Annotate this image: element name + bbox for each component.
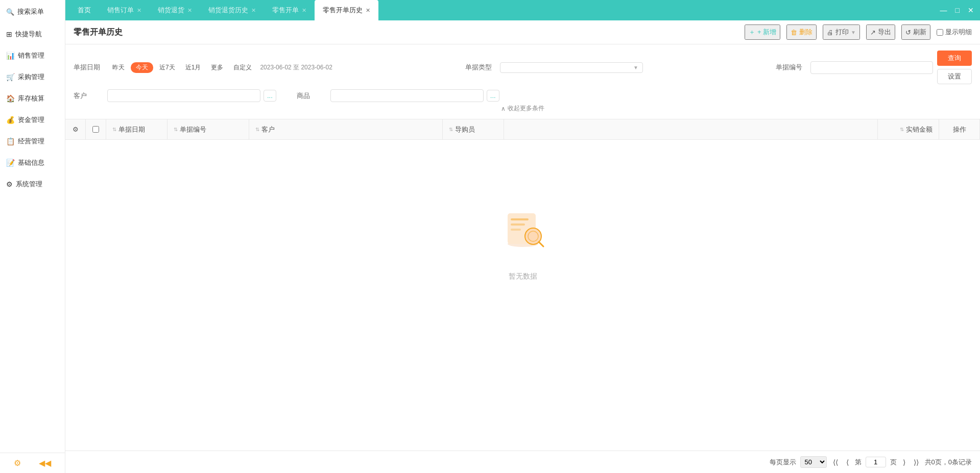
sales-icon: 📊 [6, 52, 15, 60]
date-7days[interactable]: 近7天 [155, 62, 179, 73]
minimize-btn[interactable]: — [938, 4, 949, 16]
basic-info-icon: 📝 [6, 159, 15, 167]
inventory-icon: 🏠 [6, 94, 15, 103]
settings-icon: ⚙ [73, 126, 79, 133]
delete-icon: 🗑 [791, 29, 797, 36]
th-action: 操作 [939, 119, 980, 140]
tab-sales-return-history-close[interactable]: ✕ [251, 7, 256, 14]
settings-bottom-btn[interactable]: ⚙ [14, 458, 21, 468]
operations-icon: 📋 [6, 137, 15, 145]
set-button[interactable]: 设置 [937, 69, 972, 84]
th-amount[interactable]: ⇅ 实销金额 [878, 119, 939, 140]
th-checkbox[interactable] [86, 119, 106, 140]
table-header: ⚙ ⇅ 单据日期 ⇅ 单据编号 ⇅ 客户 ⇅ 导购员 ⇅ [65, 119, 980, 140]
tab-sales-return-history[interactable]: 销货退货历史 ✕ [200, 0, 264, 20]
svg-rect-3 [511, 223, 525, 226]
tab-retail-open-history-label: 零售开单历史 [323, 6, 363, 15]
table-area: ⚙ ⇅ 单据日期 ⇅ 单据编号 ⇅ 客户 ⇅ 导购员 ⇅ [65, 119, 980, 451]
show-detail-checkbox[interactable]: 显示明细 [937, 28, 972, 37]
prev-page-btn[interactable]: ⟨ [844, 457, 851, 467]
last-page-btn[interactable]: ⟩⟩ [912, 457, 921, 467]
delete-button[interactable]: 🗑 删除 [786, 24, 817, 40]
tab-home[interactable]: 首页 [69, 0, 99, 20]
date-today[interactable]: 今天 [131, 62, 153, 73]
search-row-2: 客户 ... 商品 ... [74, 89, 972, 102]
page-input[interactable] [866, 457, 886, 467]
new-button[interactable]: ＋ + 新增 [745, 24, 780, 40]
tab-retail-open-label: 零售开单 [272, 6, 299, 15]
main-area: 首页 销售订单 ✕ 销货退货 ✕ 销货退货历史 ✕ 零售开单 ✕ 零售开单历史 … [65, 0, 980, 473]
sidebar-item-operations[interactable]: 📋 经营管理 [0, 131, 65, 152]
system-icon: ⚙ [6, 180, 13, 188]
customer-group: 客户 ... [74, 89, 276, 102]
svg-rect-4 [511, 229, 521, 231]
export-icon: ↗ [870, 29, 876, 36]
sidebar-item-purchase-mgmt[interactable]: 🛒 采购管理 [0, 66, 65, 88]
sidebar-item-label: 经营管理 [18, 137, 44, 146]
goods-input[interactable] [330, 89, 484, 102]
sidebar-item-inventory[interactable]: 🏠 库存核算 [0, 88, 65, 109]
search-area: 单据日期 昨天 今天 近7天 近1月 更多 自定义 2023-06-02 至 2… [65, 44, 980, 119]
query-button[interactable]: 查询 [937, 51, 972, 66]
th-number[interactable]: ⇅ 单据编号 [168, 119, 249, 140]
sidebar-item-label: 资金管理 [18, 115, 44, 125]
per-page-label: 每页显示 [770, 458, 796, 467]
tab-sales-order-close[interactable]: ✕ [137, 7, 141, 14]
collapse-btn[interactable]: ◀◀ [39, 458, 51, 468]
sidebar-item-system-mgmt[interactable]: ⚙ 系统管理 [0, 173, 65, 195]
first-page-btn[interactable]: ⟨⟨ [831, 457, 840, 467]
tab-sales-order[interactable]: 销售订单 ✕ [99, 0, 150, 20]
date-yesterday[interactable]: 昨天 [108, 62, 129, 73]
date-1month[interactable]: 近1月 [181, 62, 205, 73]
show-detail-input[interactable] [937, 29, 943, 36]
purchase-icon: 🛒 [6, 73, 15, 81]
sidebar-item-quick-nav[interactable]: ⊞ 快捷导航 [0, 23, 65, 45]
th-middle [504, 119, 878, 140]
search-icon: 🔍 [6, 8, 14, 16]
sort-icon-amount: ⇅ [900, 127, 904, 132]
tab-retail-open-history[interactable]: 零售开单历史 ✕ [315, 0, 378, 20]
search-row-1: 单据日期 昨天 今天 近7天 近1月 更多 自定义 2023-06-02 至 2… [74, 51, 972, 84]
sidebar-item-finance[interactable]: 💰 资金管理 [0, 109, 65, 131]
empty-illustration [497, 203, 548, 264]
print-button[interactable]: 🖨 打印 ▼ [823, 24, 860, 40]
customer-input[interactable] [107, 89, 260, 102]
date-custom[interactable]: 自定义 [229, 62, 256, 73]
sidebar: 🔍 搜索采单 ⊞ 快捷导航 📊 销售管理 🛒 采购管理 🏠 库存核算 💰 资金管… [0, 0, 65, 473]
total-label: 共0页，0条记录 [925, 458, 972, 467]
print-dropdown-icon: ▼ [851, 30, 856, 35]
select-all-checkbox[interactable] [92, 126, 99, 133]
maximize-btn[interactable]: □ [953, 4, 962, 16]
th-settings[interactable]: ⚙ [65, 119, 86, 140]
sidebar-item-sales-mgmt[interactable]: 📊 销售管理 [0, 45, 65, 66]
th-guide[interactable]: ⇅ 导购员 [443, 119, 504, 140]
sidebar-item-basic-info[interactable]: 📝 基础信息 [0, 152, 65, 173]
th-customer[interactable]: ⇅ 客户 [249, 119, 443, 140]
tab-sales-return-close[interactable]: ✕ [187, 7, 192, 14]
tab-retail-open-history-close[interactable]: ✕ [366, 7, 370, 14]
next-page-btn[interactable]: ⟩ [901, 457, 907, 467]
pagination: 每页显示 50 10 20 100 ⟨⟨ ⟨ 第 页 ⟩ ⟩⟩ 共0页，0条记录 [65, 451, 980, 473]
goods-ellipsis-btn[interactable]: ... [487, 90, 499, 102]
customer-ellipsis-btn[interactable]: ... [264, 90, 276, 102]
number-input[interactable] [810, 61, 933, 74]
close-btn[interactable]: ✕ [966, 4, 976, 16]
sidebar-search[interactable]: 🔍 搜索采单 [0, 0, 65, 23]
th-date[interactable]: ⇅ 单据日期 [106, 119, 168, 140]
per-page-select[interactable]: 50 10 20 100 [800, 456, 827, 468]
sidebar-item-label: 基础信息 [18, 158, 44, 167]
collapse-more-btn[interactable]: ∧ 收起更多条件 [74, 104, 972, 113]
sidebar-item-label: 系统管理 [16, 180, 42, 189]
tab-retail-open-close[interactable]: ✕ [302, 7, 306, 14]
refresh-button[interactable]: ↺ 刷新 [901, 24, 930, 40]
tab-sales-return-label: 销货退货 [158, 6, 184, 15]
finance-icon: 💰 [6, 116, 15, 124]
type-select[interactable]: ▼ [500, 62, 643, 73]
tab-retail-open[interactable]: 零售开单 ✕ [264, 0, 315, 20]
date-more[interactable]: 更多 [207, 62, 227, 73]
sidebar-search-label: 搜索采单 [17, 7, 44, 16]
collapse-chevron-icon: ∧ [501, 105, 506, 112]
tab-sales-return[interactable]: 销货退货 ✕ [150, 0, 200, 20]
date-range-display: 2023-06-02 至 2023-06-02 [260, 63, 332, 72]
export-button[interactable]: ↗ 导出 [866, 24, 895, 40]
